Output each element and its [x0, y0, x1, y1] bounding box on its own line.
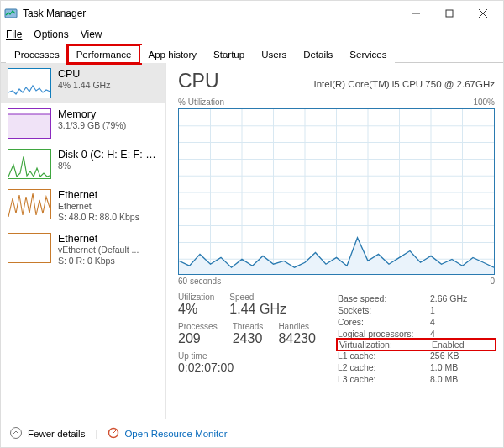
chart-y-max: 100%: [473, 98, 495, 107]
menu-file[interactable]: File: [6, 29, 22, 40]
threads-label: Threads: [233, 322, 264, 331]
sidebar-item-label: CPU: [58, 68, 110, 80]
stat-row-sockets: Sockets:1: [338, 304, 495, 316]
uptime-label: Up time: [178, 351, 338, 361]
stat-key: L2 cache:: [338, 362, 430, 372]
sidebar-item-sub: Ethernet S: 48.0 R: 88.0 Kbps: [58, 201, 139, 223]
handles-label: Handles: [278, 322, 316, 331]
stat-value: 1.0 MB: [430, 362, 495, 372]
sidebar-item-sub: 3.1/3.9 GB (79%): [58, 120, 126, 131]
menubar: File Options View: [1, 26, 503, 43]
tab-app-history[interactable]: App history: [140, 45, 206, 63]
app-title: Task Manager: [23, 8, 86, 19]
fewer-details-button[interactable]: Fewer details: [9, 426, 85, 441]
stat-key: Logical processors:: [338, 329, 430, 339]
sidebar-item-cpu[interactable]: CPU 4% 1.44 GHz: [1, 63, 165, 103]
stat-value: 256 KB: [430, 350, 495, 361]
speed-label: Speed: [229, 293, 286, 302]
stat-key: Sockets:: [338, 305, 430, 315]
app-icon: [4, 7, 18, 20]
svg-rect-5: [8, 114, 51, 138]
stat-row-l3cache: L3 cache:8.0 MB: [338, 373, 495, 385]
processes-value: 209: [178, 331, 218, 346]
handles-value: 84230: [278, 331, 316, 346]
processes-label: Processes: [178, 322, 218, 331]
maximize-button[interactable]: [433, 2, 466, 25]
close-button[interactable]: [466, 2, 500, 25]
sidebar-item-ethernet[interactable]: Ethernet Ethernet S: 48.0 R: 88.0 Kbps: [1, 184, 165, 228]
stat-row-l2cache: L2 cache:1.0 MB: [338, 361, 495, 373]
stat-value: 8.0 MB: [430, 374, 495, 384]
sidebar-thumb-cpu: [8, 68, 51, 98]
tab-users[interactable]: Users: [253, 45, 295, 63]
stat-row-logicalprocessors: Logical processors:4: [338, 328, 495, 340]
tab-performance[interactable]: Performance: [68, 45, 140, 63]
page-title: CPU: [178, 70, 219, 92]
speed-value: 1.44 GHz: [229, 302, 286, 317]
tab-services[interactable]: Services: [341, 45, 395, 63]
sidebar-thumb-disk: [8, 149, 51, 179]
svg-point-25: [11, 427, 22, 438]
sidebar-item-sub: vEthernet (Default ... S: 0 R: 0 Kbps: [58, 245, 139, 266]
stat-value: 2.66 GHz: [430, 293, 495, 303]
stat-row-l1cache: L1 cache:256 KB: [338, 350, 495, 361]
stat-row-virtualization: Virtualization:Enabled: [338, 340, 495, 350]
stats-left: Utilization 4% Speed 1.44 GHz Processes …: [178, 293, 338, 385]
tab-details[interactable]: Details: [295, 45, 341, 63]
chart-x-right: 0: [490, 277, 495, 286]
stat-value: 4: [430, 317, 495, 327]
fewer-details-label: Fewer details: [28, 429, 85, 439]
minimize-button[interactable]: [399, 2, 433, 25]
sidebar-thumb-eth: [8, 189, 51, 219]
sidebar-thumb-eth2: [8, 233, 51, 263]
content-area: CPU 4% 1.44 GHz Memory 3.1/3.9 GB (79%): [1, 63, 503, 419]
threads-value: 2430: [233, 331, 264, 346]
stat-value: 1: [430, 305, 495, 315]
svg-rect-2: [446, 10, 453, 17]
stat-value: Enabled: [432, 340, 493, 350]
cpu-model-name: Intel(R) Core(TM) i5 CPU 750 @ 2.67GHz: [313, 79, 495, 89]
chart-y-label: % Utilization: [178, 98, 224, 107]
open-resource-monitor-link[interactable]: Open Resource Monitor: [108, 427, 227, 440]
stat-value: 4: [430, 329, 495, 339]
stat-key: Base speed:: [338, 293, 430, 303]
tab-processes[interactable]: Processes: [6, 45, 68, 63]
sidebar-item-label: Ethernet: [58, 189, 139, 201]
sidebar-item-ethernet-2[interactable]: Ethernet vEthernet (Default ... S: 0 R: …: [1, 228, 165, 271]
stat-key: Cores:: [338, 317, 430, 327]
sidebar-item-disk0[interactable]: Disk 0 (C: H: E: F: G:) 8%: [1, 144, 165, 184]
sidebar-item-label: Disk 0 (C: H: E: F: G:): [58, 149, 159, 161]
main-panel: CPU Intel(R) Core(TM) i5 CPU 750 @ 2.67G…: [166, 63, 503, 419]
sidebar-item-sub: 8%: [58, 161, 159, 171]
stat-row-basespeed: Base speed:2.66 GHz: [338, 293, 495, 304]
menu-options[interactable]: Options: [34, 29, 68, 40]
chart-x-left: 60 seconds: [178, 277, 221, 286]
bottom-bar: Fewer details | Open Resource Monitor: [1, 419, 503, 447]
tab-startup[interactable]: Startup: [205, 45, 253, 63]
stat-key: L3 cache:: [338, 374, 430, 384]
tab-strip: Processes Performance App history Startu…: [1, 43, 503, 63]
resource-monitor-icon: [108, 427, 119, 440]
stat-key: L1 cache:: [338, 350, 430, 361]
task-manager-window: Task Manager File Options View Processes…: [0, 0, 504, 448]
sidebar-item-label: Ethernet: [58, 233, 139, 245]
sidebar-item-label: Memory: [58, 108, 126, 120]
utilization-label: Utilization: [178, 293, 214, 302]
open-resource-monitor-label: Open Resource Monitor: [124, 429, 227, 439]
stat-key: Virtualization:: [339, 340, 432, 350]
menu-view[interactable]: View: [81, 29, 102, 40]
svg-line-27: [113, 430, 116, 433]
uptime-value: 0:02:07:00: [178, 361, 338, 374]
chevron-up-icon: [9, 426, 23, 441]
stat-row-cores: Cores:4: [338, 316, 495, 328]
cpu-utilization-chart: [178, 108, 495, 275]
sidebar: CPU 4% 1.44 GHz Memory 3.1/3.9 GB (79%): [1, 63, 166, 419]
stats-right: Base speed:2.66 GHzSockets:1Cores:4Logic…: [338, 293, 495, 385]
sidebar-item-memory[interactable]: Memory 3.1/3.9 GB (79%): [1, 103, 165, 144]
titlebar: Task Manager: [1, 1, 503, 26]
sidebar-item-sub: 4% 1.44 GHz: [58, 80, 110, 91]
sidebar-thumb-memory: [8, 108, 51, 139]
utilization-value: 4%: [178, 302, 214, 317]
